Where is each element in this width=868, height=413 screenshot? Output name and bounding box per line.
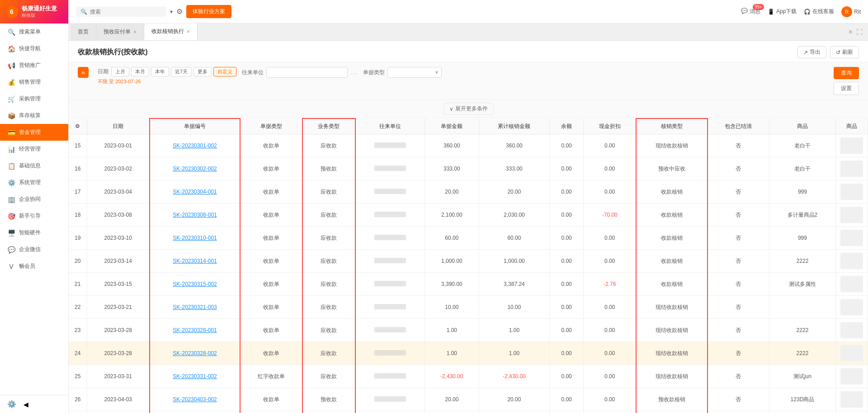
filter-date-group: 日期 上月 本月 本年 近7天 更多 自定义 不限 至 2023-07-26 <box>98 67 236 85</box>
sidebar-item-operations[interactable]: 📊 经营管理 <box>0 141 68 157</box>
sales-icon: 💰 <box>7 79 15 86</box>
filter-btn-this-month[interactable]: 本月 <box>131 67 149 76</box>
cell-bill-type: 收款单 <box>240 388 302 411</box>
filter-btn-custom[interactable]: 自定义 <box>213 67 236 76</box>
cell-include-settled: 否 <box>708 204 769 227</box>
filter-toggle-button[interactable]: » <box>78 67 89 78</box>
th-date[interactable]: 日期 <box>87 119 150 134</box>
filter-bill-type-select[interactable] <box>387 67 442 78</box>
cell-date: 2023-04-03 <box>87 388 150 411</box>
marketing-icon: 📢 <box>7 62 15 69</box>
sidebar-item-sales[interactable]: 💰 销售管理 <box>0 74 68 90</box>
sidebar-item-wechat[interactable]: 💬 企业微信 <box>0 241 68 258</box>
table-row[interactable]: 20 2023-03-14 SK-20230314-001 收款单 应收款 1,… <box>69 250 868 273</box>
topbar-gear-icon[interactable]: ⚙ <box>176 7 183 16</box>
tab-collection-close[interactable]: × <box>187 28 190 35</box>
query-button[interactable]: 查询 <box>834 67 859 79</box>
th-cash-discount[interactable]: 现金折扣 <box>584 119 636 134</box>
th-product2[interactable]: 商品 <box>836 119 868 134</box>
cell-product: 老白干 <box>769 134 835 157</box>
topbar-dropdown[interactable]: ▾ <box>170 9 173 15</box>
th-bill-no[interactable]: 单据编号 <box>150 119 240 134</box>
sidebar-item-quicknav[interactable]: 🏠 快捷导航 <box>0 40 68 57</box>
th-write-off-type[interactable]: 核销类型 <box>636 119 708 134</box>
sidebar-collapse-icon[interactable]: ◀ <box>24 401 28 408</box>
tab-home[interactable]: 首页 <box>71 24 96 40</box>
cell-date: 2023-03-02 <box>87 157 150 180</box>
sidebar-item-hardware[interactable]: 🖥️ 智能硬件 <box>0 224 68 241</box>
table-row[interactable]: 18 2023-03-08 SK-20230308-001 收款单 应收款 2,… <box>69 204 868 227</box>
table-row[interactable]: 25 2023-03-31 SK-20230331-002 红字收款单 应收款 … <box>69 365 868 388</box>
sidebar-item-enterprise[interactable]: 🏢 企业协同 <box>0 191 68 208</box>
cell-include-settled: 否 <box>708 273 769 296</box>
tab-close-icon[interactable]: × <box>849 28 853 36</box>
filter-btn-last-7-days[interactable]: 近7天 <box>171 67 192 76</box>
cell-partner <box>355 157 425 180</box>
table-row[interactable]: 16 2023-03-02 SK-20230302-002 收款单 预收款 33… <box>69 157 868 180</box>
online-service[interactable]: 🎧 在线客服 <box>804 8 834 15</box>
filter-partner-input[interactable] <box>266 67 348 78</box>
cell-biz-type: 应收款 <box>302 204 355 227</box>
sidebar-item-inventory[interactable]: 📦 库存核算 <box>0 107 68 124</box>
sidebar-item-search[interactable]: 🔍 搜索菜单 <box>0 24 68 40</box>
th-partner[interactable]: 往来单位 <box>355 119 425 134</box>
message-badge[interactable]: 💬 99+ 消息 <box>741 8 760 15</box>
export-button[interactable]: ↗ 导出 <box>797 46 826 58</box>
refresh-button[interactable]: ↺ 刷新 <box>830 46 859 58</box>
table-body: 15 2023-03-01 SK-20230301-002 收款单 应收款 36… <box>69 134 868 413</box>
sidebar-settings-icon[interactable]: ⚙️ <box>7 400 16 408</box>
cell-balance: 0.00 <box>549 227 583 250</box>
tab-payable-close[interactable]: × <box>133 29 137 35</box>
th-include-settled[interactable]: 包含已结清 <box>708 119 769 134</box>
cell-bill-type: 收款单 <box>240 296 302 319</box>
app-download[interactable]: 📱 App下载 <box>768 8 797 15</box>
cell-accum-amount: 1.00 <box>479 319 549 342</box>
cell-include-settled: 否 <box>708 180 769 204</box>
th-settings[interactable]: ⚙ <box>69 119 87 134</box>
filter-btn-more[interactable]: 更多 <box>193 67 212 76</box>
cell-bill-type: 收款单 <box>240 342 302 365</box>
cell-bill-type: 收款单 <box>240 250 302 273</box>
table-row[interactable]: 26 2023-04-03 SK-20230403-002 收款单 预收款 20… <box>69 388 868 411</box>
cell-product2 <box>836 204 868 227</box>
th-balance[interactable]: 余额 <box>549 119 583 134</box>
table-row[interactable]: 27 2023-04-08 SK-20230408-001 收款单 应收款 10… <box>69 411 868 413</box>
sidebar-item-purchase[interactable]: 🛒 采购管理 <box>0 90 68 107</box>
table-row[interactable]: 23 2023-03-28 SK-20230328-001 收款单 应收款 1.… <box>69 319 868 342</box>
table-row[interactable]: 22 2023-03-21 SK-20230321-003 收款单 应收款 10… <box>69 296 868 319</box>
table-row[interactable]: 21 2023-03-15 SK-20230315-002 收款单 应收款 3,… <box>69 273 868 296</box>
sidebar-item-guide[interactable]: 🎯 新手引导 <box>0 208 68 224</box>
user-area[interactable]: R Rit <box>841 6 861 17</box>
cell-biz-type: 应收款 <box>302 319 355 342</box>
cell-accum-amount: 3,387.24 <box>479 273 549 296</box>
topbar-search-input[interactable] <box>90 9 144 15</box>
sidebar-item-basic[interactable]: 📋 基础信息 <box>0 157 68 174</box>
expand-more-button[interactable]: ∨ 展开更多条件 <box>443 103 494 115</box>
table-row[interactable]: 17 2023-03-04 SK-20230304-001 收款单 应收款 20… <box>69 180 868 204</box>
cell-product2 <box>836 180 868 204</box>
sidebar-item-member[interactable]: V 畅会员 <box>0 258 68 275</box>
th-biz-type[interactable]: 业务类型 <box>302 119 355 134</box>
settings-button[interactable]: 设置 <box>834 82 859 95</box>
table-row[interactable]: 15 2023-03-01 SK-20230301-002 收款单 应收款 36… <box>69 134 868 157</box>
tab-home-label: 首页 <box>78 28 89 36</box>
headset-icon: 🎧 <box>804 9 811 15</box>
filter-btn-this-year[interactable]: 本年 <box>151 67 169 76</box>
table-row[interactable]: 24 2023-03-28 SK-20230328-002 收款单 应收款 1.… <box>69 342 868 365</box>
tab-collection[interactable]: 收款核销执行 × <box>144 24 198 40</box>
sidebar-item-finance[interactable]: 💳 资金管理 <box>0 124 68 141</box>
sidebar-item-marketing[interactable]: 📢 营销推广 <box>0 57 68 74</box>
tab-expand-icon[interactable]: ⛶ <box>856 28 863 36</box>
cell-include-settled: 否 <box>708 342 769 365</box>
th-bill-amount[interactable]: 单据金额 <box>425 119 479 134</box>
th-bill-type[interactable]: 单据类型 <box>240 119 302 134</box>
table-container[interactable]: ⚙ 日期 单据编号 单据类型 业务类型 往来单位 单据金额 累计核销金额 余额 … <box>69 118 868 413</box>
table-row[interactable]: 19 2023-03-10 SK-20230310-001 收款单 应收款 60… <box>69 227 868 250</box>
cell-cash-discount: 0.00 <box>584 411 636 413</box>
sidebar-item-system[interactable]: ⚙️ 系统管理 <box>0 174 68 191</box>
filter-btn-last-month[interactable]: 上月 <box>111 67 129 76</box>
solution-button[interactable]: 体验行业方案 <box>186 5 231 18</box>
th-product[interactable]: 商品 <box>769 119 835 134</box>
tab-payable[interactable]: 预收应付单 × <box>96 24 144 40</box>
th-accum-amount[interactable]: 累计核销金额 <box>479 119 549 134</box>
